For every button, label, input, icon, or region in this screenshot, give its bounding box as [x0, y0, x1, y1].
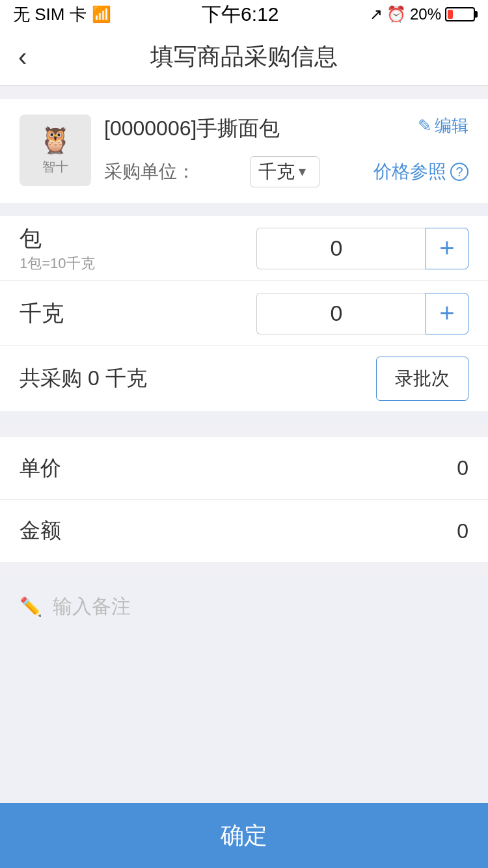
product-card: 🦉 智十 [0000006]手撕面包 ✎ 编辑 采购单位： 千克 ▾ 价格参照 … — [0, 99, 488, 203]
bao-sub-label: 1包=10千克 — [20, 254, 95, 273]
amount-row: 金额 0 — [0, 500, 488, 562]
brand-text: 智十 — [42, 158, 68, 176]
amount-label: 金额 — [20, 517, 61, 545]
kg-input-row: 千克 + — [0, 281, 488, 346]
status-right: ↗ ⏰ 20% — [370, 5, 475, 23]
edit-button[interactable]: ✎ 编辑 — [418, 115, 468, 137]
brand-owl-icon: 🦉 — [39, 125, 72, 156]
edit-icon: ✎ — [418, 116, 432, 136]
page-title: 填写商品采购信息 — [150, 41, 338, 73]
kg-input-right: + — [256, 293, 468, 334]
summary-row: 共采购 0 千克 录批次 — [0, 346, 488, 411]
price-section: 单价 0 金额 0 — [0, 437, 488, 562]
status-bar: 无 SIM 卡 📶 下午6:12 ↗ ⏰ 20% — [0, 0, 488, 29]
bao-label: 包 1包=10千克 — [20, 224, 95, 273]
bao-input-row: 包 1包=10千克 + — [0, 216, 488, 281]
back-button[interactable]: ‹ — [18, 42, 27, 72]
pencil-icon: ✏️ — [20, 596, 42, 617]
product-info: [0000006]手撕面包 ✎ 编辑 采购单位： 千克 ▾ 价格参照 ? — [104, 115, 468, 187]
divider-1 — [0, 203, 488, 216]
amount-value: 0 — [457, 519, 468, 543]
divider-2 — [0, 411, 488, 424]
price-ref-button[interactable]: 价格参照 ? — [373, 159, 468, 184]
unit-price-value: 0 — [457, 456, 468, 480]
alarm-icon: ⏰ — [386, 5, 406, 23]
status-left: 无 SIM 卡 📶 — [13, 3, 111, 26]
help-icon: ? — [450, 163, 468, 181]
summary-text: 共采购 0 千克 — [20, 364, 147, 393]
unit-price-row: 单价 0 — [0, 437, 488, 500]
unit-label: 采购单位： — [104, 159, 195, 184]
bao-input-right: + — [256, 228, 468, 269]
unit-select[interactable]: 千克 ▾ — [250, 156, 319, 187]
kg-plus-button[interactable]: + — [426, 293, 468, 334]
bao-quantity-input[interactable] — [256, 228, 426, 269]
no-sim-text: 无 SIM 卡 — [13, 3, 87, 26]
remark-section[interactable]: ✏️ 输入备注 — [0, 575, 488, 638]
kg-label: 千克 — [20, 299, 64, 329]
unit-row: 采购单位： 千克 ▾ 价格参照 ? — [104, 156, 468, 187]
product-thumbnail: 🦉 智十 — [20, 115, 91, 186]
location-icon: ↗ — [370, 5, 383, 23]
product-title-row: [0000006]手撕面包 ✎ 编辑 — [104, 115, 468, 143]
remark-placeholder: 输入备注 — [53, 593, 131, 620]
input-section: 包 1包=10千克 + 千克 + — [0, 216, 488, 346]
product-name: [0000006]手撕面包 — [104, 115, 280, 143]
nav-bar: ‹ 填写商品采购信息 — [0, 29, 488, 86]
battery-icon — [445, 7, 475, 21]
bao-plus-button[interactable]: + — [426, 228, 468, 269]
confirm-button[interactable]: 确定 — [0, 803, 488, 868]
dropdown-arrow-icon: ▾ — [299, 163, 306, 180]
kg-quantity-input[interactable] — [256, 293, 426, 334]
battery-pct: 20% — [410, 5, 441, 23]
status-time: 下午6:12 — [202, 1, 278, 28]
unit-price-label: 单价 — [20, 454, 61, 483]
wifi-icon: 📶 — [92, 5, 111, 23]
batch-button[interactable]: 录批次 — [376, 357, 468, 401]
